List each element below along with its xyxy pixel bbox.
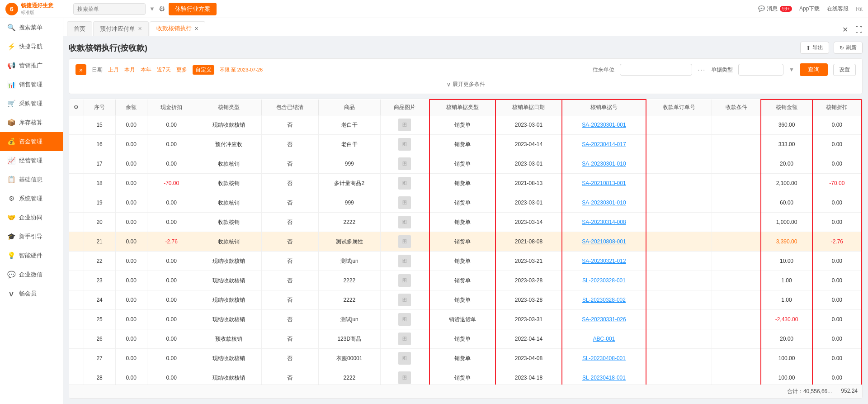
finance-icon: 💰	[7, 138, 15, 146]
sidebar-item-collab[interactable]: 🤝 企业协同	[0, 208, 63, 227]
td-receipt-condition	[712, 174, 761, 193]
sidebar-item-member[interactable]: V 畅会员	[0, 284, 63, 303]
bill-no-link[interactable]: SL-20230408-001	[582, 355, 626, 361]
bill-no-link[interactable]: SA-20210808-001	[582, 238, 626, 245]
sidebar-item-sales[interactable]: 📊 销售管理	[0, 75, 63, 94]
table-row: 20 0.00 0.00 收款核销 否 2222 图 销货单 2023-03-1…	[69, 213, 862, 232]
sidebar-item-system[interactable]: ⚙ 系统管理	[0, 189, 63, 208]
this-year-filter[interactable]: 本年	[141, 66, 151, 74]
th-hs-bill-date: 核销单据日期	[495, 100, 562, 115]
export-btn[interactable]: ⬆ 导出	[800, 42, 829, 54]
app-download-link[interactable]: App下载	[799, 5, 820, 13]
partner-input[interactable]	[620, 64, 692, 76]
td-gear	[69, 368, 84, 385]
bill-no-link[interactable]: SA-20230321-012	[582, 258, 626, 264]
bill-no-link[interactable]: SA-20230414-017	[582, 141, 626, 147]
custom-filter[interactable]: 自定义	[193, 65, 214, 75]
this-month-filter[interactable]: 本月	[124, 66, 135, 74]
close-prepay-tab-icon[interactable]: ✕	[138, 26, 142, 32]
expand-tabs-btn[interactable]: ⛶	[854, 24, 864, 36]
bill-no-link[interactable]: SL-20230418-001	[582, 375, 626, 381]
td-balance: 0.00	[115, 115, 147, 135]
td-verify-discount: 0.00	[812, 310, 862, 329]
tab-prepay[interactable]: 预付冲应付单 ✕	[93, 21, 149, 36]
search-icon: 🔍	[7, 24, 15, 32]
bill-no-link[interactable]: SA-20230301-010	[582, 200, 626, 206]
industry-btn[interactable]: 休验行业方案	[169, 3, 217, 15]
dropdown-arrow: ▼	[789, 67, 794, 73]
td-verify-amount: 2,100.00	[761, 174, 812, 193]
td-cash-discount: 0.00	[147, 368, 196, 385]
sidebar-item-hardware[interactable]: 💡 智能硬件	[0, 246, 63, 265]
td-hs-bill-no: SA-20230321-012	[562, 252, 646, 271]
top-bar-right: 💬 消息 99+ App下载 在线客服 Rit	[758, 5, 863, 13]
sidebar-item-business[interactable]: 📈 经营管理	[0, 151, 63, 170]
sidebar-item-guide[interactable]: 🎓 新手引导	[0, 227, 63, 246]
td-no: 15	[84, 115, 115, 135]
td-goods-img: 图	[380, 115, 429, 135]
page-content: 收款核销执行(按收款) ⬆ 导出 ↻ 刷新 »	[63, 36, 868, 404]
bill-no-link[interactable]: SA-20210813-001	[582, 180, 626, 186]
tab-home[interactable]: 首页	[67, 21, 92, 36]
th-gear[interactable]: ⚙	[69, 100, 84, 115]
sidebar-item-marketing[interactable]: 📢 营销推广	[0, 56, 63, 75]
sidebar-item-nav[interactable]: ⚡ 快捷导航	[0, 37, 63, 56]
sidebar-item-basic[interactable]: 📋 基础信息	[0, 170, 63, 189]
bill-no-link[interactable]: SA-20230301-001	[582, 122, 626, 128]
sidebar-item-search[interactable]: 🔍 搜索菜单	[0, 18, 63, 37]
table-scroll[interactable]: ⚙ 序号 余额 现金折扣 核销类型 包含已结清 商品 商品图片 核销单据类型 核…	[69, 99, 862, 385]
setting-btn[interactable]: 设置	[833, 64, 856, 76]
td-goods-img: 图	[380, 232, 429, 252]
td-verify-type: 收款核销	[196, 174, 261, 193]
td-balance: 0.00	[115, 174, 147, 193]
refresh-btn[interactable]: ↻ 刷新	[834, 42, 863, 54]
query-btn[interactable]: 查询	[800, 63, 828, 76]
td-receipt-order-no	[646, 368, 712, 385]
bill-no-link[interactable]: ABC-001	[593, 336, 615, 342]
collab-icon: 🤝	[7, 214, 15, 222]
td-verify-type: 预收款核销	[196, 329, 261, 349]
bill-no-link[interactable]: SA-20230314-008	[582, 219, 626, 225]
table-row: 18 0.00 -70.00 收款核销 否 多计量商品2 图 销货单 2021-…	[69, 174, 862, 193]
close-receipt-verify-tab-icon[interactable]: ✕	[194, 26, 198, 32]
sidebar-item-finance[interactable]: 💰 资金管理	[0, 132, 63, 151]
td-hs-bill-type: 销货单	[429, 329, 496, 349]
td-receipt-order-no	[646, 115, 712, 135]
bill-type-select[interactable]	[738, 64, 783, 76]
tab-receipt-verify[interactable]: 收款核销执行 ✕	[150, 21, 205, 36]
close-all-tabs-btn[interactable]: ✕	[840, 24, 850, 36]
bill-no-link[interactable]: SL-20230328-002	[582, 297, 626, 303]
expand-more-btn[interactable]: ∨ 展开更多条件	[447, 80, 485, 89]
td-verify-amount: 20.00	[761, 154, 812, 174]
td-receipt-condition	[712, 329, 761, 349]
hardware-icon: 💡	[7, 252, 15, 260]
td-verify-discount: 0.00	[812, 329, 862, 349]
sidebar-item-inventory[interactable]: 📦 库存核算	[0, 113, 63, 132]
td-gear	[69, 232, 84, 252]
td-verify-type: 现结收款核销	[196, 271, 261, 290]
td-verify-type: 收款核销	[196, 193, 261, 213]
filter-expand-btn[interactable]: »	[75, 64, 86, 75]
td-verify-type: 现结收款核销	[196, 349, 261, 368]
bill-no-link[interactable]: SA-20230301-010	[582, 161, 626, 167]
td-cash-discount: -2.76	[147, 232, 196, 252]
online-service-link[interactable]: 在线客服	[827, 5, 849, 13]
bill-no-link[interactable]: SA-20230331-026	[582, 316, 626, 323]
gear-icon[interactable]: ⚙	[159, 5, 165, 13]
message-area[interactable]: 💬 消息 99+	[758, 5, 792, 13]
sidebar-item-wechat[interactable]: 💬 企业微信	[0, 265, 63, 284]
td-verify-amount: 20.00	[761, 329, 812, 349]
top-bar: 6 畅捷通好生意 标准版 ▼ ⚙ 休验行业方案 💬 消息 99+ App下载 在…	[0, 0, 868, 18]
top-search-input[interactable]	[73, 3, 146, 15]
sidebar-item-purchase[interactable]: 🛒 采购管理	[0, 94, 63, 113]
td-hs-bill-no: SL-20230328-002	[562, 290, 646, 310]
more-filter[interactable]: 更多	[176, 66, 187, 74]
td-verify-type: 现结收款核销	[196, 368, 261, 385]
last-month-filter[interactable]: 上月	[108, 66, 119, 74]
bill-no-link[interactable]: SL-20230328-001	[582, 277, 626, 284]
last7-filter[interactable]: 近7天	[157, 66, 171, 74]
td-gear	[69, 290, 84, 310]
td-balance: 0.00	[115, 193, 147, 213]
td-hs-bill-date: 2023-03-21	[495, 252, 562, 271]
logo-icon: 6	[5, 3, 18, 15]
